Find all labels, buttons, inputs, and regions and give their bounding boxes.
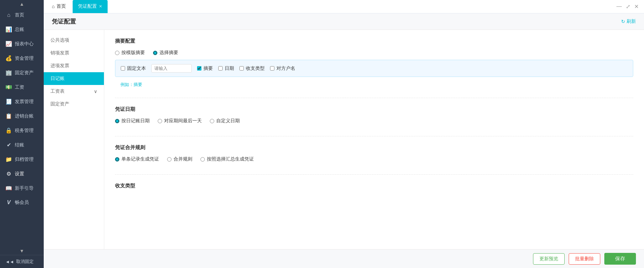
sidebar-item-ledger[interactable]: 📊 总账 [0,22,44,37]
invoice-icon: 🧾 [5,98,12,105]
maximize-btn[interactable]: ⤢ [626,3,630,10]
merge-radio-merge-input[interactable] [167,157,172,162]
fixed-text-checkbox[interactable] [121,66,125,71]
sidebar-item-invoice[interactable]: 🧾 发票管理 [0,94,44,109]
tab-voucher-config[interactable]: 凭证配置 ✕ [73,0,108,13]
left-nav-journal[interactable]: 日记账 [44,72,104,85]
guide-icon: 📖 [5,185,12,191]
sales-ledger-icon: 📋 [5,113,12,119]
left-nav-payroll[interactable]: 工资表 ∨ [44,85,104,98]
funds-icon: 💰 [5,55,12,61]
unpin-icon: ◄◄ [5,259,14,264]
window-controls: — ⤢ ✕ [616,3,641,10]
batch-delete-button[interactable]: 批量删除 [569,253,600,265]
chevron-down-icon: ∨ [94,89,97,94]
sidebar-scroll-up[interactable]: ▲ [0,0,44,8]
close-btn[interactable]: ✕ [634,3,639,10]
merge-radio-single-input[interactable] [115,157,119,162]
merge-radio-merge[interactable]: 合并规则 [167,156,192,162]
date-radio-last-day[interactable]: 对应期间最后一天 [158,118,202,124]
sidebar-unpin-btn[interactable]: ◄◄ 取消固定 [0,255,44,268]
tab-close-icon[interactable]: ✕ [99,4,102,9]
date-radio-journal-input[interactable] [115,119,119,123]
page-header: 凭证配置 ↻ 刷新 [44,13,644,30]
checkbox-income-expense[interactable]: 收支类型 [239,65,265,72]
date-radio-journal[interactable]: 按日记账日期 [115,118,150,124]
date-radio-group: 按日记账日期 对应期间最后一天 自定义日期 [115,118,633,124]
tab-home[interactable]: ⌂ 首页 [46,0,71,13]
sidebar-item-assets[interactable]: 🏢 固定资产 [0,65,44,80]
sidebar-item-guide[interactable]: 📖 新手引导 [0,181,44,195]
home-icon: ⌂ [5,12,12,18]
sidebar-item-vip[interactable]: V 畅会员 [0,195,44,210]
summary-title: 摘要配置 [115,38,633,44]
date-checkbox[interactable] [218,66,223,71]
refresh-icon: ↻ [621,19,625,24]
chart-icon: 📊 [5,26,12,33]
sidebar-item-reports[interactable]: 📈 报表中心 [0,37,44,51]
save-button[interactable]: 保存 [604,253,636,265]
merge-radio-summary[interactable]: 按照选择汇总生成凭证 [200,156,254,162]
sidebar-nav: ⌂ 首页 📊 总账 📈 报表中心 💰 资金管理 🏢 固定资产 💵 工资 🧾 发票… [0,8,44,247]
summary-radio-group: 按模版摘要 选择摘要 [115,50,633,56]
right-content: 摘要配置 按模版摘要 选择摘要 [104,30,644,249]
salary-icon: 💵 [5,84,12,90]
summary-radio-template-input[interactable] [115,51,119,55]
sidebar-item-home[interactable]: ⌂ 首页 [0,8,44,22]
tab-bar: ⌂ 首页 凭证配置 ✕ — ⤢ ✕ [44,0,644,13]
checkbox-fixed-text[interactable]: 固定文本 [121,65,146,72]
checkout-icon: ✔ [5,142,12,148]
sidebar-scroll-down[interactable]: ▼ [0,247,44,255]
merge-radio-group: 单条记录生成凭证 合并规则 按照选择汇总生成凭证 [115,156,633,162]
summary-checkbox[interactable] [197,66,201,71]
minimize-btn[interactable]: — [616,3,622,10]
date-radio-custom[interactable]: 自定义日期 [210,118,240,124]
left-nav: 公共选项 销项发票 进项发票 日记账 工资表 ∨ 固定资产 [44,30,104,249]
refresh-button[interactable]: ↻ 刷新 [621,18,636,25]
left-nav-sales-invoice[interactable]: 销项发票 [44,47,104,59]
main-area: ⌂ 首页 凭证配置 ✕ — ⤢ ✕ 凭证配置 ↻ 刷新 公共选项 [44,0,644,268]
summary-section: 摘要配置 按模版摘要 选择摘要 [115,38,633,98]
bottom-bar: 更新预览 批量删除 保存 [44,249,644,268]
archive-icon: 📁 [5,156,12,163]
left-nav-purchase-invoice[interactable]: 进项发票 [44,59,104,72]
fixed-text-input[interactable] [151,64,192,73]
sidebar-item-settings[interactable]: ⚙ 设置 [0,167,44,181]
example-text: 例如：摘要 [115,80,633,90]
report-icon: 📈 [5,41,12,47]
vip-icon: V [5,199,12,206]
sidebar-item-sales-ledger[interactable]: 📋 进销台账 [0,109,44,123]
sidebar-item-archive[interactable]: 📁 归档管理 [0,152,44,167]
building-icon: 🏢 [5,70,12,76]
date-radio-custom-input[interactable] [210,119,214,123]
sidebar-item-salary[interactable]: 💵 工资 [0,80,44,94]
summary-radio-select-input[interactable] [153,51,157,55]
merge-title: 凭证合并规则 [115,144,633,151]
summary-radio-select[interactable]: 选择摘要 [153,50,178,56]
income-expense-section: 收支类型 [115,183,633,203]
sidebar-item-checkout[interactable]: ✔ 结账 [0,138,44,152]
summary-checkbox-row: 固定文本 摘要 日期 收支类型 [115,60,633,77]
merge-radio-single[interactable]: 单条记录生成凭证 [115,156,159,162]
content-layout: 公共选项 销项发票 进项发票 日记账 工资表 ∨ 固定资产 [44,30,644,249]
checkbox-date[interactable]: 日期 [218,65,234,72]
merge-radio-summary-input[interactable] [200,157,205,162]
summary-radio-template[interactable]: 按模版摘要 [115,50,145,56]
page-content: 凭证配置 ↻ 刷新 公共选项 销项发票 进项发票 日记账 [44,13,644,268]
counterpart-checkbox[interactable] [270,66,274,71]
checkbox-counterpart[interactable]: 对方户名 [270,65,295,72]
merge-section: 凭证合并规则 单条记录生成凭证 合并规则 按照选择汇总生成凭证 [115,144,633,175]
update-preview-button[interactable]: 更新预览 [533,253,565,265]
home-tab-icon: ⌂ [52,4,54,9]
settings-icon: ⚙ [5,171,12,177]
income-expense-title: 收支类型 [115,183,633,189]
checkbox-summary[interactable]: 摘要 [197,65,213,72]
sidebar-item-tax[interactable]: 🔒 税务管理 [0,123,44,138]
left-nav-fixed-assets[interactable]: 固定资产 [44,98,104,110]
left-nav-public-options[interactable]: 公共选项 [44,34,104,47]
income-expense-checkbox[interactable] [239,66,244,71]
sidebar-item-funds[interactable]: 💰 资金管理 [0,51,44,65]
page-title: 凭证配置 [52,17,76,26]
date-section: 凭证日期 按日记账日期 对应期间最后一天 自定义日期 [115,106,633,136]
date-radio-last-day-input[interactable] [158,119,162,123]
